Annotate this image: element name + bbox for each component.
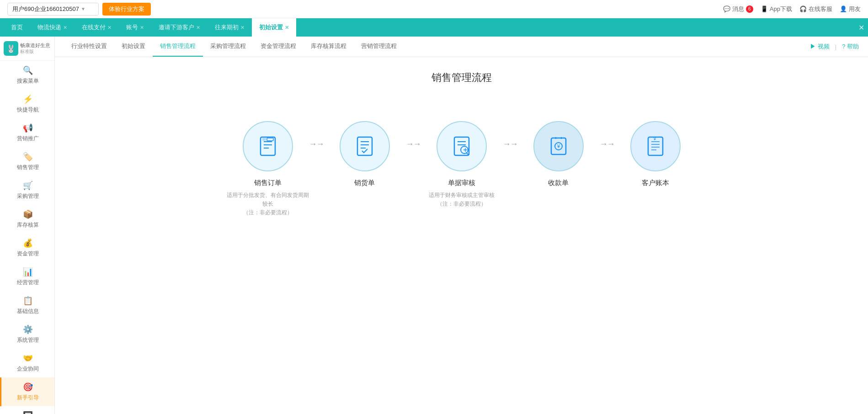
flow-arrow-4: →→ (600, 121, 614, 149)
message-label: 消息 (732, 5, 744, 13)
help-btn[interactable]: ? 帮助 (842, 42, 859, 51)
sales-icon: 🏷️ (23, 152, 33, 162)
svg-rect-5 (267, 138, 273, 141)
receipt-icon: ¥ (547, 134, 570, 158)
svg-text:¥: ¥ (653, 137, 656, 141)
flow-label-audit: 单据审核 (448, 179, 475, 187)
sub-tabs: 行业特性设置 初始设置 销售管理流程 采购管理流程 资金管理流程 库存核算流程 (55, 37, 868, 57)
audit-icon (450, 134, 474, 158)
sidebar-sysmanage-label: 系统管理 (17, 336, 39, 344)
flow-circle-invoice[interactable] (340, 121, 390, 171)
flow-circle-ledger[interactable]: ¥ (630, 121, 681, 171)
sidebar-finance-label: 资金管理 (17, 250, 39, 258)
sub-tabs-left: 行业特性设置 初始设置 销售管理流程 采购管理流程 资金管理流程 库存核算流程 (64, 37, 404, 57)
sidebar-item-appcenter[interactable]: 🔲 应用中心 (0, 406, 54, 414)
tab-account-close[interactable]: ✕ (140, 25, 144, 31)
tab-logistics-close[interactable]: ✕ (63, 25, 67, 31)
flow-label-receipt: 收款单 (548, 179, 569, 187)
page-content: 销售管理流程 销售订单 (55, 57, 868, 240)
tab-account[interactable]: 账号 ✕ (119, 18, 151, 37)
tab-account-label: 账号 (126, 23, 138, 32)
tab-payment[interactable]: 在线支付 ✕ (75, 18, 119, 37)
experience-btn[interactable]: 体验行业方案 (102, 3, 151, 16)
sidebar-item-purchase[interactable]: 🛒 采购管理 (0, 176, 54, 205)
headset-icon: 🎧 (799, 5, 807, 12)
sidebar-quicknav-label: 快捷导航 (17, 106, 39, 114)
tab-logistics[interactable]: 物流快递 ✕ (30, 18, 75, 37)
sidebar-basicinfo-label: 基础信息 (17, 308, 39, 315)
sidebar-newbie-label: 新手引导 (17, 394, 39, 402)
nav-close-all-btn[interactable]: ✕ (858, 23, 864, 32)
sidebar-item-sales[interactable]: 🏷️ 销售管理 (0, 147, 54, 176)
sidebar: 🐰 畅康道好生意 标准版 🔍 搜索菜单 ⚡ 快捷导航 📢 营销推广 🏷️ 销售管… (0, 37, 55, 414)
sidebar-item-operations[interactable]: 📊 经营管理 (0, 262, 54, 291)
download-icon: 📱 (761, 5, 768, 12)
flow-step-invoice: 销货单 (324, 121, 406, 191)
sidebar-sales-label: 销售管理 (17, 164, 39, 171)
tab-logistics-label: 物流快递 (37, 23, 61, 32)
tab-period-label: 往来期初 (215, 23, 239, 32)
tab-initial-close[interactable]: ✕ (285, 25, 289, 31)
basicinfo-icon: 📋 (23, 296, 33, 306)
cooperation-icon: 🤝 (23, 353, 33, 363)
sidebar-item-cooperation[interactable]: 🤝 企业协同 (0, 349, 54, 377)
sidebar-inventory-label: 库存核算 (17, 221, 39, 229)
user-select[interactable]: 用户690企业1660120507 ▼ (7, 3, 99, 16)
sub-tab-finance-flow[interactable]: 资金管理流程 (253, 37, 304, 57)
tab-invite-close[interactable]: ✕ (196, 25, 200, 31)
sidebar-item-finance[interactable]: 💰 资金管理 (0, 234, 54, 262)
flow-step-receipt: ¥ 收款单 (517, 121, 600, 191)
tab-period[interactable]: 往来期初 ✕ (208, 18, 252, 37)
order-icon (256, 134, 280, 158)
sidebar-logo: 🐰 畅康道好生意 标准版 (0, 37, 54, 61)
main-layout: 🐰 畅康道好生意 标准版 🔍 搜索菜单 ⚡ 快捷导航 📢 营销推广 🏷️ 销售管… (0, 37, 868, 414)
dropdown-arrow-icon: ▼ (81, 6, 85, 11)
flow-arrow-3: →→ (503, 121, 517, 149)
sub-tab-purchase-flow[interactable]: 采购管理流程 (203, 37, 253, 57)
svg-rect-6 (357, 137, 372, 155)
message-icon: 💬 (723, 5, 730, 12)
sidebar-item-sysmanage[interactable]: ⚙️ 系统管理 (0, 320, 54, 349)
flow-label-order: 销售订单 (254, 179, 282, 187)
tab-payment-label: 在线支付 (82, 23, 106, 32)
sidebar-item-quicknav[interactable]: ⚡ 快捷导航 (0, 90, 54, 118)
tab-invite[interactable]: 邀请下游客户 ✕ (151, 18, 208, 37)
tab-payment-close[interactable]: ✕ (107, 25, 112, 31)
tab-home-label: 首页 (11, 23, 23, 32)
sysmanage-icon: ⚙️ (23, 324, 33, 334)
top-bar-right: 💬 消息 6 📱 App下载 🎧 在线客服 👤 用友 (723, 5, 861, 13)
finance-icon: 💰 (23, 238, 33, 248)
video-btn[interactable]: ▶ 视频 (810, 42, 830, 51)
sidebar-item-search[interactable]: 🔍 搜索菜单 (0, 61, 54, 90)
flow-circle-receipt[interactable]: ¥ (533, 121, 584, 171)
sidebar-purchase-label: 采购管理 (17, 192, 39, 200)
flow-desc-audit: 适用于财务审核或主管审核（注：非必要流程） (429, 191, 495, 208)
flow-circle-order[interactable] (243, 121, 293, 171)
page-title: 销售管理流程 (73, 71, 850, 85)
logo-icon: 🐰 (4, 41, 18, 56)
tab-period-close[interactable]: ✕ (240, 25, 245, 31)
online-service-btn[interactable]: 🎧 在线客服 (799, 5, 832, 13)
nav-tabs: 首页 物流快递 ✕ 在线支付 ✕ 账号 ✕ 邀请下游客户 ✕ 往来期初 ✕ 初始… (0, 18, 868, 37)
flow-step-order: 销售订单 适用于分批发货、有合同发货周期较长（注：非必要流程） (227, 121, 309, 218)
sub-tab-initial[interactable]: 初始设置 (114, 37, 153, 57)
sidebar-item-basicinfo[interactable]: 📋 基础信息 (0, 291, 54, 320)
app-download-btn[interactable]: 📱 App下载 (761, 5, 792, 13)
user-avatar-btn[interactable]: 👤 用友 (840, 5, 861, 13)
sidebar-item-newbie[interactable]: 🎯 新手引导 (0, 377, 54, 406)
quicknav-icon: ⚡ (23, 94, 33, 104)
sidebar-item-marketing[interactable]: 📢 营销推广 (0, 118, 54, 147)
operations-icon: 📊 (23, 267, 33, 277)
tab-invite-label: 邀请下游客户 (159, 23, 194, 32)
tab-home[interactable]: 首页 (4, 18, 30, 37)
sidebar-item-inventory[interactable]: 📦 库存核算 (0, 205, 54, 234)
sub-tab-industry[interactable]: 行业特性设置 (64, 37, 114, 57)
message-btn[interactable]: 💬 消息 6 (723, 5, 753, 13)
sub-tab-inventory-flow[interactable]: 库存核算流程 (304, 37, 354, 57)
sub-tab-sales-flow[interactable]: 销售管理流程 (153, 37, 203, 57)
sub-tab-marketing-flow[interactable]: 营销管理流程 (354, 37, 404, 57)
tab-initial-setup[interactable]: 初始设置 ✕ (252, 18, 296, 37)
flow-arrow-2: →→ (406, 121, 421, 149)
flow-circle-audit[interactable] (437, 121, 487, 171)
inventory-icon: 📦 (23, 209, 33, 219)
